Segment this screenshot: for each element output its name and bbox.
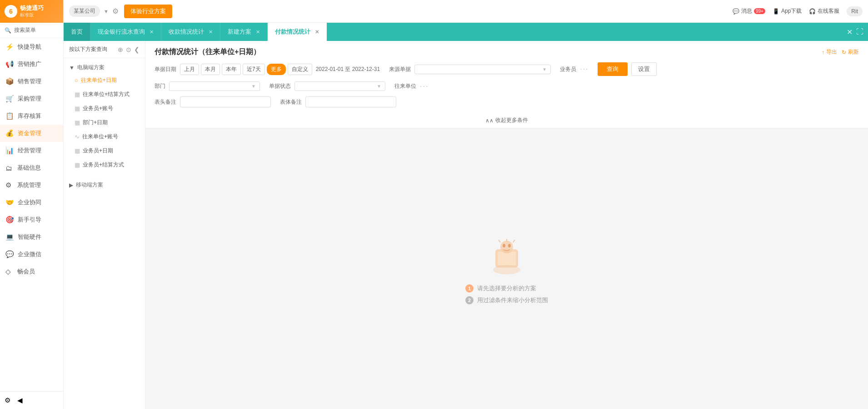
scheme-item-0-3[interactable]: ▦部门+日期: [64, 116, 145, 130]
sidebar-item-marketing[interactable]: 📢营销推广: [0, 56, 63, 73]
export-button[interactable]: ↑ 导出: [822, 48, 837, 56]
maximize-icon[interactable]: ⛶: [856, 28, 863, 36]
collapse-bar[interactable]: ∧∧ 收起更多条件: [155, 113, 859, 128]
sidebar-item-member[interactable]: ◇畅会员: [0, 263, 63, 280]
topbar-dropdown-icon[interactable]: ▼: [104, 9, 109, 14]
sidebar-search[interactable]: 🔍 搜索菜单: [0, 23, 63, 38]
sidebar-icon-marketing: 📢: [5, 60, 14, 68]
sidebar-item-purchase[interactable]: 🛒采购管理: [0, 90, 63, 107]
header-note-label: 表头备注: [155, 98, 176, 106]
date-last-7-days[interactable]: 近7天: [243, 64, 265, 75]
sidebar-icon-basic-info: 🗂: [5, 164, 14, 172]
close-all-icon[interactable]: ✕: [847, 28, 853, 36]
topbar-app-download[interactable]: 📱 App下载: [773, 7, 802, 15]
svg-line-8: [513, 240, 515, 242]
date-more[interactable]: 更多: [267, 64, 286, 75]
sidebar-item-wechat[interactable]: 💬企业微信: [0, 246, 63, 263]
scheme-item-0-5[interactable]: ▦业务员+日期: [64, 144, 145, 158]
sidebar-item-basic-info[interactable]: 🗂基础信息: [0, 159, 63, 177]
source-select[interactable]: ▼: [414, 65, 551, 74]
scheme-item-icon-0-6: ▦: [75, 162, 80, 168]
tab-new-scheme[interactable]: 新建方案✕: [220, 23, 268, 41]
sidebar-footer: ⚙ ◀: [0, 391, 63, 409]
sidebar-icon-sales: 📦: [5, 77, 14, 86]
sidebar-label-operations: 经营管理: [18, 146, 41, 155]
sidebar-item-guide[interactable]: 🎯新手引导: [0, 211, 63, 228]
scheme-settings-icon[interactable]: ⊙: [126, 46, 131, 53]
scheme-item-0-6[interactable]: ▦业务员+结算方式: [64, 158, 145, 172]
filter-partner: 往来单位 ···: [394, 82, 429, 91]
tab-pay-stats[interactable]: 付款情况统计✕: [268, 23, 327, 41]
tab-home[interactable]: 首页: [64, 23, 90, 41]
salesman-input[interactable]: ···: [580, 65, 589, 73]
date-custom[interactable]: 自定义: [288, 64, 312, 75]
topbar-settings-icon[interactable]: ⚙: [112, 7, 119, 15]
scheme-collapse-icon[interactable]: ❮: [134, 46, 140, 53]
tab-close-bank-flow[interactable]: ✕: [150, 29, 154, 35]
sidebar-icon-quick-nav: ⚡: [5, 43, 14, 51]
scheme-item-icon-0-0: ○: [75, 77, 78, 84]
refresh-button[interactable]: ↻ 刷新: [842, 48, 859, 56]
export-icon: ↑: [822, 49, 824, 56]
scheme-group-title-1[interactable]: ▶移动端方案: [64, 179, 145, 191]
sidebar-item-sales[interactable]: 📦销售管理: [0, 73, 63, 90]
topbar-service[interactable]: 🎧 在线客服: [809, 7, 839, 15]
sidebar-logo-icon: 6: [5, 5, 17, 18]
trial-button[interactable]: 体验行业方案: [124, 5, 172, 18]
filter-row-3: 表头备注 表体备注: [155, 96, 859, 107]
content-area: 付款情况统计（往来单位+日期） ↑ 导出 ↻ 刷新: [145, 41, 868, 409]
filter-dept: 部门 ▼: [155, 81, 260, 91]
scheme-add-icon[interactable]: ⊕: [118, 46, 123, 53]
date-this-month[interactable]: 本月: [201, 64, 220, 75]
topbar-app-label: App下载: [781, 7, 802, 15]
scheme-panel: 按以下方案查询 ⊕ ⊙ ❮ ▼电脑端方案○往来单位+日期▦往来单位+结算方式▦业…: [64, 41, 145, 409]
scheme-item-icon-0-4: ∿: [75, 133, 80, 140]
sidebar-item-hardware[interactable]: 💻智能硬件: [0, 228, 63, 246]
tab-close-pay-stats[interactable]: ✕: [315, 29, 319, 35]
svg-line-6: [499, 240, 500, 242]
sidebar-item-capital[interactable]: 💰资金管理: [0, 125, 63, 142]
body-note-input[interactable]: [305, 96, 396, 107]
scheme-item-0-1[interactable]: ▦往来单位+结算方式: [64, 87, 145, 101]
tip-num-2: 2: [465, 296, 474, 304]
partner-input[interactable]: ···: [420, 82, 429, 91]
topbar-user[interactable]: Rit: [847, 6, 863, 16]
settings-button[interactable]: 设置: [631, 62, 657, 76]
filter-bar-title: 付款情况统计（往来单位+日期） ↑ 导出 ↻ 刷新: [155, 47, 859, 57]
header-note-input[interactable]: [180, 96, 271, 107]
sidebar-icon-guide: 🎯: [5, 216, 14, 224]
settings-footer-icon[interactable]: ⚙: [5, 396, 13, 404]
scheme-item-label-0-4: 往来单位+账号: [82, 133, 118, 141]
date-this-year[interactable]: 本年: [222, 64, 241, 75]
scheme-item-0-2[interactable]: ▦业务员+账号: [64, 101, 145, 116]
search-icon: 🔍: [5, 27, 11, 34]
scheme-item-icon-0-3: ▦: [75, 119, 80, 126]
tab-bank-flow[interactable]: 现金银行流水查询✕: [90, 23, 161, 41]
sidebar-item-quick-nav[interactable]: ⚡快捷导航: [0, 38, 63, 56]
tab-close-receive-stats[interactable]: ✕: [209, 29, 213, 35]
sidebar-logo-sub: 标准版: [20, 12, 44, 18]
scheme-item-label-0-6: 业务员+结算方式: [83, 161, 124, 169]
date-last-month[interactable]: 上月: [180, 64, 199, 75]
sidebar-item-enterprise[interactable]: 🤝企业协同: [0, 194, 63, 211]
scheme-item-0-4[interactable]: ∿往来单位+账号: [64, 130, 145, 144]
topbar-msg-label: 消息: [741, 7, 752, 15]
dept-select[interactable]: ▼: [169, 81, 260, 91]
sidebar-label-member: 畅会员: [17, 268, 35, 276]
sidebar-item-inventory[interactable]: 📋库存核算: [0, 107, 63, 125]
tab-close-new-scheme[interactable]: ✕: [256, 29, 260, 35]
scheme-group-label-1: 移动端方案: [76, 181, 103, 189]
collapse-icon: ∧∧: [485, 117, 494, 124]
sidebar-item-operations[interactable]: 📊经营管理: [0, 142, 63, 159]
scheme-group-title-0[interactable]: ▼电脑端方案: [64, 62, 145, 73]
tab-receive-stats[interactable]: 收款情况统计✕: [161, 23, 220, 41]
topbar-messages[interactable]: 💬 消息 99+: [733, 7, 765, 15]
query-button[interactable]: 查询: [598, 62, 628, 76]
source-label: 来源单据: [389, 66, 411, 73]
sidebar-label-basic-info: 基础信息: [17, 164, 41, 172]
sidebar-item-system[interactable]: ⚙系统管理: [0, 177, 63, 194]
voucher-status-select[interactable]: ▼: [294, 81, 385, 91]
collapse-sidebar-icon[interactable]: ◀: [17, 396, 25, 404]
scheme-item-0-0[interactable]: ○往来单位+日期: [64, 73, 145, 87]
filter-voucher-status: 单据状态 ▼: [269, 81, 385, 91]
